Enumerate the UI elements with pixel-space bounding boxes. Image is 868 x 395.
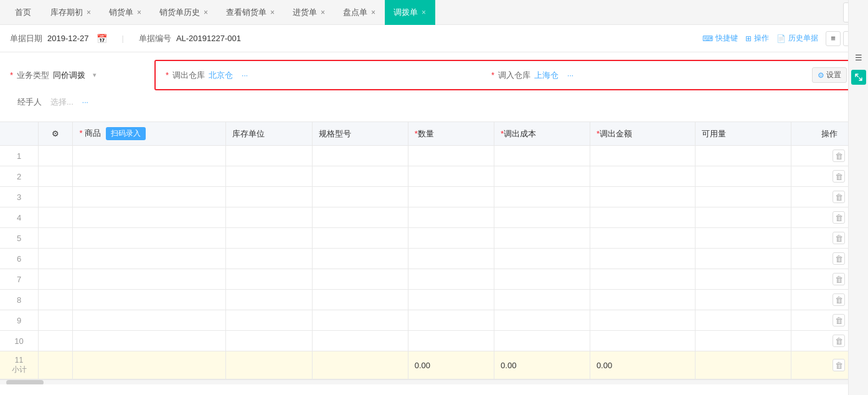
row-cost-cell[interactable] (494, 166, 590, 187)
row-qty-cell[interactable] (408, 310, 494, 331)
row-amount-cell[interactable] (590, 166, 695, 187)
transfer-in-more-icon[interactable]: ··· (567, 71, 573, 80)
delete-row-icon[interactable]: 🗑 (833, 293, 845, 306)
tab-sales-history-label: 销货单历史 (159, 7, 200, 18)
delete-row-icon[interactable]: 🗑 (833, 273, 845, 285)
tab-inventory-init[interactable]: 库存期初 × (42, 0, 100, 25)
row-product-cell[interactable] (73, 166, 226, 187)
calendar-icon[interactable]: 📅 (97, 34, 107, 44)
row-qty-cell[interactable] (408, 146, 494, 166)
handler-placeholder[interactable]: 选择... (50, 97, 73, 108)
row-cost-cell[interactable] (494, 331, 590, 351)
tab-inventory[interactable]: 盘点单 × (334, 0, 385, 25)
tab-purchase-close[interactable]: × (321, 8, 325, 17)
row-product-cell[interactable] (73, 146, 226, 166)
delete-row-icon[interactable]: 🗑 (833, 252, 845, 265)
row-amount-cell[interactable] (590, 310, 695, 331)
row-amount-cell[interactable] (590, 228, 695, 249)
table-container: ⚙ * 商品 扫码录入 库存单位 规格型号 *数量 *调出成本 *调出金额 可用… (0, 121, 868, 379)
tab-view-sales[interactable]: 查看销货单 × (217, 0, 284, 25)
row-amount-cell[interactable] (590, 146, 695, 166)
row-product-cell[interactable] (73, 310, 226, 331)
tab-sales-history[interactable]: 销货单历史 × (151, 0, 217, 25)
delete-row-icon[interactable]: 🗑 (833, 335, 845, 347)
transfer-out-more-icon[interactable]: ··· (242, 71, 248, 80)
row-product-cell[interactable] (73, 290, 226, 310)
row-amount-cell[interactable] (590, 249, 695, 269)
tab-transfer[interactable]: 调拨单 × (385, 0, 435, 25)
row-cost-cell[interactable] (494, 187, 590, 207)
tab-sales-history-close[interactable]: × (204, 8, 208, 17)
transfer-out-value[interactable]: 北京仓 (209, 70, 233, 81)
required-star-business: * (10, 70, 13, 80)
row-qty-cell[interactable] (408, 207, 494, 228)
row-qty-cell[interactable] (408, 290, 494, 310)
tab-view-sales-close[interactable]: × (270, 8, 275, 17)
row-amount-cell[interactable] (590, 187, 695, 207)
row-qty-cell[interactable] (408, 166, 494, 187)
tab-purchase[interactable]: 进货单 × (284, 0, 334, 25)
delete-icon[interactable]: 🗑 (833, 359, 845, 371)
business-type-dropdown-icon[interactable]: ▾ (93, 71, 97, 79)
row-amount-cell[interactable] (590, 290, 695, 310)
row-qty-cell[interactable] (408, 187, 494, 207)
col-header-available: 可用量 (696, 122, 791, 146)
tab-home[interactable]: 首页 (5, 0, 42, 25)
delete-row-icon[interactable]: 🗑 (833, 170, 845, 183)
row-gear-cell (39, 249, 73, 269)
number-value: AL-20191227-001 (176, 34, 241, 43)
tab-purchase-label: 进货单 (293, 7, 317, 18)
sidebar-expand-icon[interactable] (851, 70, 866, 85)
row-spec-cell (312, 166, 408, 187)
row-cost-cell[interactable] (494, 269, 590, 290)
business-type-value[interactable]: 同价调拨 (53, 70, 85, 81)
row-product-cell[interactable] (73, 331, 226, 351)
handler-more-icon[interactable]: ··· (82, 98, 88, 107)
row-qty-cell[interactable] (408, 269, 494, 290)
tab-sales-order[interactable]: 销货单 × (100, 0, 151, 25)
scroll-bar-area[interactable] (0, 379, 868, 384)
row-cost-cell[interactable] (494, 310, 590, 331)
row-gear-cell (39, 310, 73, 331)
row-product-cell[interactable] (73, 269, 226, 290)
row-cost-cell[interactable] (494, 207, 590, 228)
row-product-cell[interactable] (73, 187, 226, 207)
col-header-num (0, 122, 39, 146)
sidebar-list-icon[interactable]: ☰ (851, 50, 866, 65)
delete-row-icon[interactable]: 🗑 (833, 191, 845, 203)
row-product-cell[interactable] (73, 249, 226, 269)
row-amount-cell[interactable] (590, 269, 695, 290)
tab-transfer-close[interactable]: × (422, 8, 426, 17)
row-cost-cell[interactable] (494, 228, 590, 249)
col-header-product: * 商品 扫码录入 (73, 122, 226, 146)
col-header-unit: 库存单位 (226, 122, 312, 146)
history-action[interactable]: 📄 历史单据 (776, 33, 818, 44)
scroll-bar-thumb[interactable] (6, 380, 44, 384)
tab-sales-order-close[interactable]: × (137, 8, 141, 17)
row-cost-cell[interactable] (494, 290, 590, 310)
delete-row-icon[interactable]: 🗑 (833, 211, 845, 224)
scan-button[interactable]: 扫码录入 (106, 127, 146, 140)
row-product-cell[interactable] (73, 207, 226, 228)
delete-row-icon[interactable]: 🗑 (833, 150, 845, 162)
required-star-in: * (491, 70, 494, 80)
row-cost-cell[interactable] (494, 249, 590, 269)
row-qty-cell[interactable] (408, 228, 494, 249)
delete-row-icon[interactable]: 🗑 (833, 314, 845, 326)
tab-inventory-close[interactable]: × (371, 8, 375, 17)
row-gear-cell (39, 166, 73, 187)
settings-button[interactable]: ⚙ 设置 (812, 67, 847, 83)
tab-inventory-init-close[interactable]: × (87, 8, 91, 17)
row-qty-cell[interactable] (408, 331, 494, 351)
row-amount-cell[interactable] (590, 207, 695, 228)
row-qty-cell[interactable] (408, 249, 494, 269)
delete-row-icon[interactable]: 🗑 (833, 232, 845, 244)
col-header-gear[interactable]: ⚙ (39, 122, 73, 146)
row-cost-cell[interactable] (494, 146, 590, 166)
transfer-in-value[interactable]: 上海仓 (534, 70, 559, 81)
layout-list-icon[interactable]: ≡ (826, 31, 841, 46)
row-product-cell[interactable] (73, 228, 226, 249)
operations-action[interactable]: ⊞ 操作 (745, 33, 769, 44)
shortcuts-action[interactable]: ⌨ 快捷键 (702, 33, 738, 44)
row-amount-cell[interactable] (590, 331, 695, 351)
